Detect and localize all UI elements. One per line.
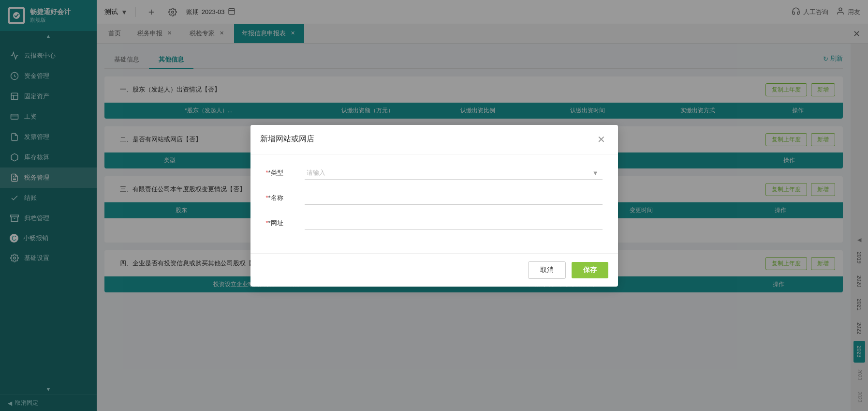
main-content: 测试 ▼ 账期 2023-03 xyxy=(97,0,868,411)
form-row-type: **类型 ▼ xyxy=(266,166,603,180)
cancel-button[interactable]: 取消 xyxy=(528,261,566,279)
dialog-body: **类型 ▼ **名称 xyxy=(250,154,618,253)
save-button[interactable]: 保存 xyxy=(572,262,608,278)
name-input[interactable] xyxy=(305,191,603,205)
url-input-wrapper xyxy=(305,216,603,230)
url-label-text: *网址 xyxy=(268,219,283,227)
dialog-title: 新增网站或网店 xyxy=(260,134,314,144)
name-input-wrapper xyxy=(305,191,603,205)
type-input-wrapper: ▼ xyxy=(305,166,603,180)
name-label-text: *名称 xyxy=(268,194,283,201)
type-input[interactable] xyxy=(305,166,603,180)
form-label-type: **类型 xyxy=(266,168,305,177)
dialog-close-button[interactable]: ✕ xyxy=(595,133,608,146)
dialog-overlay: 新增网站或网店 ✕ **类型 ▼ xyxy=(97,0,868,411)
dialog-add-website: 新增网站或网店 ✕ **类型 ▼ xyxy=(250,125,618,287)
url-input[interactable] xyxy=(305,216,603,230)
form-row-url: **网址 xyxy=(266,216,603,230)
form-label-url: **网址 xyxy=(266,219,305,228)
dialog-header: 新增网站或网店 ✕ xyxy=(250,125,618,154)
form-row-name: **名称 xyxy=(266,191,603,205)
dialog-footer: 取消 保存 xyxy=(250,253,618,287)
form-label-name: **名称 xyxy=(266,194,305,202)
